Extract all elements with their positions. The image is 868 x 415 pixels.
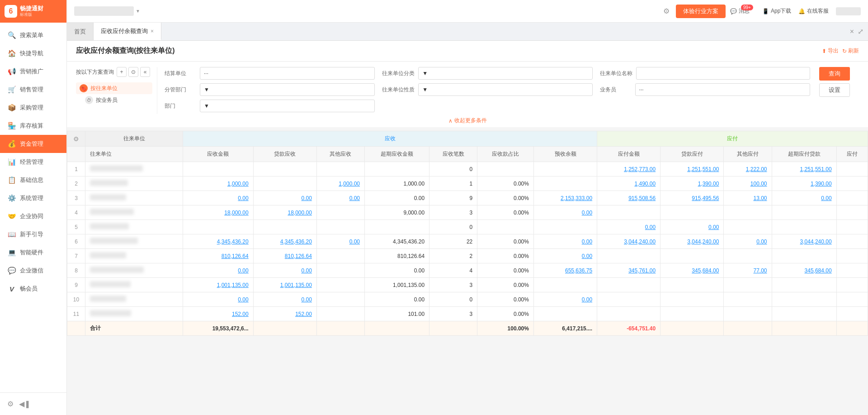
th-ap-overdue: 超期应付贷款 [772, 147, 836, 162]
page-header: 应收应付余额查询(按往来单位) ⬆ 导出 ↻ 刷新 [67, 41, 868, 62]
salesperson-input[interactable]: ··· [635, 83, 810, 96]
th-ar-count: 应收笔数 [429, 147, 477, 162]
filter-field-unitname: 往来单位名称 [600, 67, 810, 80]
filter-add-btn[interactable]: + [117, 67, 127, 77]
sidebar-item-collab[interactable]: 🤝 企业协同 [0, 207, 66, 225]
sidebar-item-inventory[interactable]: 🏪 库存核算 [0, 117, 66, 135]
unit-cell [85, 176, 183, 191]
total-cell: -654,751.40 [597, 321, 660, 336]
sidebar-item-label: 营销推广 [20, 67, 43, 76]
unit-cell [85, 191, 183, 205]
sidebar-item-quick[interactable]: 🏠 快捷导航 [0, 44, 66, 62]
filter-settings-btn[interactable]: ⊙ [128, 67, 138, 77]
chart-icon: 📊 [7, 157, 16, 167]
sidebar-item-label: 企业协同 [20, 212, 43, 220]
th-ar-amount: 应收金额 [183, 147, 254, 162]
tab-maximize-action[interactable]: ⤢ [858, 27, 863, 36]
department-arrow: ▼ [204, 103, 209, 109]
total-cell [836, 321, 868, 336]
filter-section: 按以下方案查询 + ⊙ « 🔖 按往来单位 ⏱ 按业务员 [67, 62, 868, 127]
sidebar-item-label: 系统管理 [20, 194, 43, 202]
th-ap-loan: 贷款应付 [660, 147, 724, 162]
department-input[interactable]: ▼ [200, 100, 375, 112]
sidebar-item-search[interactable]: 🔍 搜索菜单 [0, 26, 66, 44]
sidebar-item-marketing[interactable]: 📢 营销推广 [0, 62, 66, 81]
total-cell [365, 321, 429, 336]
collapse-icon[interactable]: ◀❚ [19, 400, 30, 408]
sidebar-item-hardware[interactable]: 💻 智能硬件 [0, 243, 66, 262]
topbar-right: 💬 消息 99+ 📱 App下载 🔔 在线客服 Rit [730, 7, 861, 15]
tab-close-action[interactable]: × [850, 28, 854, 36]
app-download-btn[interactable]: 📱 App下载 [762, 7, 791, 15]
filter-tree: 🔖 按往来单位 ⏱ 按业务员 [76, 81, 152, 108]
settlement-input[interactable]: ··· [200, 67, 375, 80]
sidebar-item-label: 企业微信 [20, 267, 43, 275]
export-btn[interactable]: ⬆ 导出 [822, 47, 839, 55]
sidebar-item-wechat[interactable]: 💬 企业微信 [0, 262, 66, 280]
table-row: 101,252,773.001,251,551.001,222.001,251,… [67, 162, 868, 176]
dept-input[interactable]: ▼ [200, 83, 375, 96]
nature-input[interactable]: ▼ [418, 83, 592, 96]
filter-option-label: 按往来单位 [90, 85, 118, 92]
tab-close-icon[interactable]: × [151, 28, 154, 34]
unit-cell [85, 307, 183, 321]
th-settings-cell[interactable]: ⚙ [67, 131, 85, 147]
filter-tab-icons: + ⊙ « [117, 67, 150, 77]
service-icon: 🔔 [798, 8, 805, 14]
sidebar-item-finance[interactable]: 💰 资金管理 [0, 135, 66, 153]
user-menu[interactable]: Rit [836, 7, 861, 15]
search-icon: 🔍 [7, 31, 16, 40]
settings-bottom-icon[interactable]: ⚙ [7, 400, 14, 408]
filter-option-staff[interactable]: ⏱ 按业务员 [76, 94, 152, 106]
tab-home[interactable]: 首页 [67, 23, 94, 40]
filter-collapse-bar[interactable]: ∧ 收起更多条件 [76, 114, 859, 127]
online-service-btn[interactable]: 🔔 在线客服 [798, 7, 829, 15]
unitname-input[interactable] [636, 67, 810, 80]
query-btn[interactable]: 查询 [819, 67, 850, 81]
refresh-btn[interactable]: ↻ 刷新 [842, 47, 859, 55]
total-cell [724, 321, 772, 336]
total-cell: 100.00% [477, 321, 534, 336]
filter-option-icon2: ⏱ [85, 96, 93, 104]
unit-cell [85, 162, 183, 176]
settings-btn[interactable]: 设置 [819, 83, 850, 97]
category-arrow: ▼ [422, 70, 428, 76]
tabbar: 首页 应收应付余额查询 × × ⤢ [67, 23, 868, 41]
table-settings-icon[interactable]: ⚙ [73, 135, 79, 143]
settlement-label: 结算单位 [165, 70, 196, 77]
filter-field-settlement: 结算单位 ··· [165, 67, 375, 80]
tab-query[interactable]: 应收应付余额查询 × [94, 23, 161, 40]
sidebar-item-sales[interactable]: 🛒 销售管理 [0, 81, 66, 99]
filter-option-unit[interactable]: 🔖 按往来单位 [76, 82, 152, 94]
logo-text-group: 畅捷通财 标准版 [20, 5, 43, 18]
category-input[interactable]: ▼ [418, 67, 592, 80]
solution-btn[interactable]: 体验行业方案 [676, 5, 726, 18]
sidebar-item-system[interactable]: ⚙️ 系统管理 [0, 189, 66, 207]
export-icon: ⬆ [822, 48, 826, 54]
export-label: 导出 [828, 47, 839, 55]
sidebar-item-member[interactable]: V 畅会员 [0, 280, 66, 298]
table-row: 100.000.000.0000.00%0.00 [67, 292, 868, 307]
sidebar-item-purchase[interactable]: 📦 采购管理 [0, 99, 66, 117]
filter-collapse-btn[interactable]: « [140, 67, 150, 77]
th-ar-group: 应收 [183, 131, 597, 147]
sidebar-item-basic[interactable]: 📋 基础信息 [0, 171, 66, 189]
sidebar-item-operations[interactable]: 📊 经营管理 [0, 153, 66, 171]
row-num: 11 [67, 307, 85, 321]
dept-label: 分管部门 [165, 86, 196, 94]
home-icon: 🏠 [7, 49, 16, 58]
row-num: 9 [67, 278, 85, 292]
settlement-dots: ··· [204, 70, 208, 76]
table-row: 30.000.000.000.0090.00%2,153,333.00915,5… [67, 191, 868, 205]
unit-cell [85, 220, 183, 234]
sidebar-item-guide[interactable]: 📖 新手引导 [0, 225, 66, 243]
notifications-btn[interactable]: 💬 消息 99+ [730, 7, 750, 15]
table-row: 80.000.000.0040.00%655,636.75345,761.003… [67, 263, 868, 278]
total-cell [772, 321, 836, 336]
sidebar-item-label: 销售管理 [20, 86, 43, 94]
main-content: 应收应付余额查询(按往来单位) ⬆ 导出 ↻ 刷新 按以下方案查询 + ⊙ [67, 41, 868, 415]
topbar-gear-icon[interactable]: ⚙ [661, 5, 671, 17]
sidebar-logo: 6 畅捷通财 标准版 [0, 0, 66, 23]
collapse-label: 收起更多条件 [454, 117, 487, 124]
th-ar-ratio: 应收款占比 [477, 147, 534, 162]
